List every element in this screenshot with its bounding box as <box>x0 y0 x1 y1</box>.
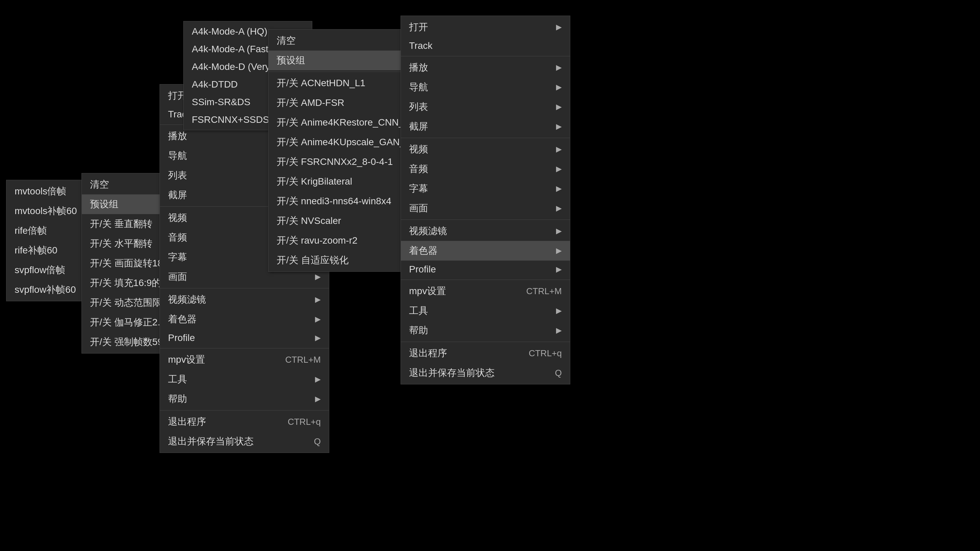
arrow-icon: ▶ <box>556 227 562 235</box>
menu-item-screenshot-r[interactable]: 截屏 ▶ <box>401 117 570 137</box>
arrow-icon: ▶ <box>315 375 321 384</box>
menu-item-subtitle-r[interactable]: 字幕 ▶ <box>401 179 570 198</box>
menu-item-profile-r[interactable]: Profile ▶ <box>401 260 570 278</box>
menu-item-video-r[interactable]: 视频 ▶ <box>401 140 570 159</box>
menu-item-open-r[interactable]: 打开 ▶ <box>401 17 570 37</box>
arrow-icon: ▶ <box>556 122 562 131</box>
menu-item-svpflow-bei[interactable]: svpflow倍帧 <box>6 260 94 280</box>
menu-item-mvtools-bu60[interactable]: mvtools补帧60 <box>6 201 94 221</box>
arrow-icon: ▶ <box>315 272 321 281</box>
menu-item-quit-save-r[interactable]: 退出并保存当前状态 Q <box>401 363 570 383</box>
arrow-icon: ▶ <box>556 326 562 335</box>
menu-item-nav-r[interactable]: 导航 ▶ <box>401 77 570 97</box>
menu-item-help[interactable]: 帮助 ▶ <box>160 389 329 409</box>
menu-main-right[interactable]: 打开 ▶ Track 播放 ▶ 导航 ▶ 列表 ▶ 截屏 ▶ 视频 ▶ 音频 ▶… <box>401 16 570 384</box>
menu-item-shader[interactable]: 着色器 ▶ <box>160 310 329 329</box>
menu-item-profile[interactable]: Profile ▶ <box>160 329 329 347</box>
menu-item-svpflow-bu60[interactable]: svpflow补帧60 <box>6 280 94 300</box>
menu-item-tools-r[interactable]: 工具 ▶ <box>401 301 570 321</box>
separator <box>401 279 570 280</box>
menu-item-audio-r[interactable]: 音频 ▶ <box>401 159 570 179</box>
separator <box>401 138 570 138</box>
arrow-icon: ▶ <box>556 265 562 274</box>
arrow-icon: ▶ <box>315 395 321 403</box>
separator <box>160 348 329 348</box>
arrow-icon: ▶ <box>315 295 321 304</box>
menu-item-vidfilter[interactable]: 视频滤镜 ▶ <box>160 290 329 310</box>
menu-item-mpv-settings[interactable]: mpv设置 CTRL+M <box>160 350 329 370</box>
arrow-icon: ▶ <box>556 204 562 213</box>
arrow-icon: ▶ <box>315 333 321 342</box>
separator <box>401 219 570 220</box>
arrow-icon: ▶ <box>556 246 562 255</box>
arrow-icon: ▶ <box>556 145 562 154</box>
menu-item-shader-r[interactable]: 着色器 ▶ <box>401 241 570 260</box>
menu-item-quit-save[interactable]: 退出并保存当前状态 Q <box>160 432 329 451</box>
menu-item-play-r[interactable]: 播放 ▶ <box>401 58 570 77</box>
arrow-icon: ▶ <box>556 63 562 72</box>
menu-item-tools[interactable]: 工具 ▶ <box>160 370 329 389</box>
arrow-icon: ▶ <box>556 23 562 32</box>
menu-mvtools[interactable]: mvtools倍帧 mvtools补帧60 rife倍帧 rife补帧60 sv… <box>6 180 94 301</box>
arrow-icon: ▶ <box>556 102 562 111</box>
menu-item-help-r[interactable]: 帮助 ▶ <box>401 321 570 340</box>
separator <box>401 56 570 56</box>
arrow-icon: ▶ <box>556 165 562 173</box>
arrow-icon: ▶ <box>315 315 321 324</box>
separator <box>160 410 329 411</box>
menu-item-quit-r[interactable]: 退出程序 CTRL+q <box>401 343 570 363</box>
menu-item-vidfilter-r[interactable]: 视频滤镜 ▶ <box>401 221 570 241</box>
separator <box>401 341 570 342</box>
menu-item-quit[interactable]: 退出程序 CTRL+q <box>160 412 329 432</box>
menu-item-screen-r[interactable]: 画面 ▶ <box>401 198 570 218</box>
menu-item-list-r[interactable]: 列表 ▶ <box>401 97 570 117</box>
menu-item-rife-bu60[interactable]: rife补帧60 <box>6 241 94 260</box>
arrow-icon: ▶ <box>556 306 562 315</box>
arrow-icon: ▶ <box>556 184 562 193</box>
menu-item-rife-bei[interactable]: rife倍帧 <box>6 221 94 241</box>
menu-item-track-r[interactable]: Track <box>401 37 570 55</box>
arrow-icon: ▶ <box>556 83 562 92</box>
menu-item-mvtools-beizheng[interactable]: mvtools倍帧 <box>6 181 94 201</box>
menu-item-mpv-settings-r[interactable]: mpv设置 CTRL+M <box>401 281 570 301</box>
